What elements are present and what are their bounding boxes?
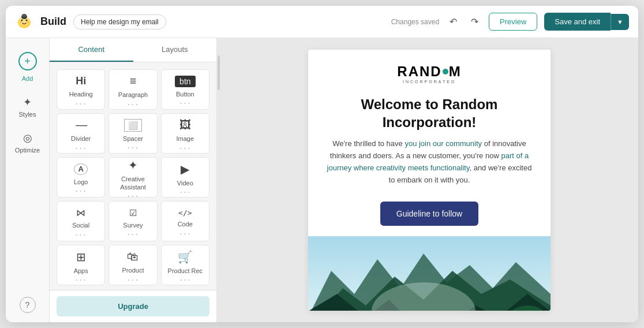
logo-rand: RAND (397, 64, 441, 80)
divider-label: Divider (71, 135, 91, 143)
panel-item-survey[interactable]: ☑ Survey • • • (108, 201, 157, 241)
product-rec-icon: 🛒 (178, 250, 192, 264)
email-cta-button[interactable]: Guideline to follow (380, 202, 478, 226)
save-exit-group: Save and exit ▼ (544, 13, 629, 31)
paragraph-dots: • • • (128, 102, 138, 107)
main-content: + Add ✦ Styles ◎ Optimize ? Content Layo… (6, 38, 638, 322)
panel-item-heading[interactable]: Hi Heading • • • (57, 69, 105, 110)
button-icon: btn (175, 76, 195, 87)
content-panel: Content Layouts Hi Heading • • • ≡ Parag… (50, 38, 217, 322)
highlight-part: part of a journey where creativity meets… (327, 151, 529, 172)
optimize-label: Optimize (15, 147, 40, 154)
image-label: Image (177, 135, 194, 143)
heading-label: Heading (69, 91, 93, 98)
heading-icon: Hi (76, 75, 86, 87)
panel-item-spacer[interactable]: ⬜ Spacer • • • (108, 113, 157, 154)
save-exit-button[interactable]: Save and exit (544, 13, 611, 31)
add-icon[interactable]: + (18, 52, 37, 70)
save-status: Changes saved (391, 18, 439, 26)
logo-icon: A (74, 163, 88, 175)
email-cta-section: Guideline to follow (308, 196, 551, 236)
product-dots: • • • (128, 277, 138, 282)
svg-point-5 (27, 21, 29, 23)
social-icon: ⋈ (76, 207, 85, 218)
survey-label: Survey (123, 222, 143, 229)
nav-optimize[interactable]: ◎ Optimize (10, 127, 45, 158)
nav-bottom: ? (20, 297, 36, 313)
creative-dots: • • • (128, 193, 138, 199)
panel-item-apps[interactable]: ⊞ Apps • • • (57, 245, 105, 285)
image-icon: 🖼 (179, 118, 191, 132)
help-design-button[interactable]: Help me design my email (73, 14, 166, 29)
panel-item-button[interactable]: btn Button • • • (161, 69, 209, 110)
survey-icon: ☑ (129, 208, 137, 218)
add-label: Add (22, 75, 33, 82)
logo-dots: • • • (76, 188, 86, 193)
social-dots: • • • (76, 232, 86, 237)
panel-scroll-thumb (218, 55, 220, 90)
paragraph-icon: ≡ (130, 74, 137, 88)
topbar: Build Help me design my email Changes sa… (6, 6, 638, 38)
email-logo: RAND M (397, 64, 461, 80)
nav-styles[interactable]: ✦ Styles (10, 91, 45, 122)
apps-icon: ⊞ (76, 250, 86, 264)
logo-label: Logo (74, 178, 88, 186)
help-icon[interactable]: ? (20, 297, 36, 313)
product-label: Product (122, 267, 144, 274)
code-icon: </> (178, 208, 192, 217)
panel-item-product-rec[interactable]: 🛒 Product Rec • • • (161, 245, 209, 285)
spacer-label: Spacer (123, 135, 143, 143)
logo-incorporated: INCORPORATED (322, 80, 537, 84)
undo-button[interactable]: ↶ (446, 14, 460, 29)
panel-item-social[interactable]: ⋈ Social • • • (57, 201, 105, 241)
panel-item-logo[interactable]: A Logo • • • (57, 157, 105, 197)
upgrade-button[interactable]: Upgrade (57, 296, 209, 316)
nav-add[interactable]: + Add (10, 47, 45, 87)
styles-label: Styles (19, 111, 36, 118)
email-image-section (308, 236, 551, 311)
email-body-text: We're thrilled to have you join our comm… (327, 138, 532, 186)
paragraph-label: Paragraph (118, 91, 148, 99)
canvas-area: RAND M INCORPORATED Welcome to Random In… (220, 38, 638, 322)
logo-m: M (449, 64, 462, 80)
content-grid: Hi Heading • • • ≡ Paragraph • • • btn B… (50, 62, 216, 290)
preview-button[interactable]: Preview (489, 13, 537, 31)
product-rec-label: Product Rec (168, 267, 203, 275)
tab-content[interactable]: Content (50, 38, 133, 62)
apps-dots: • • • (76, 277, 86, 282)
panel-item-code[interactable]: </> Code • • • (161, 201, 209, 241)
survey-dots: • • • (128, 232, 138, 237)
creative-icon: ✦ (128, 158, 138, 172)
code-label: Code (178, 221, 193, 228)
product-rec-dots: • • • (180, 277, 190, 282)
panel-item-creative[interactable]: ✦ Creative Assistant • • • (108, 157, 157, 197)
apps-label: Apps (74, 267, 88, 275)
divider-icon: — (76, 118, 86, 132)
tab-layouts[interactable]: Layouts (133, 38, 217, 62)
save-exit-caret[interactable]: ▼ (611, 14, 629, 30)
mountain-landscape (308, 236, 551, 311)
app-title: Build (40, 16, 66, 28)
styles-icon: ✦ (23, 96, 32, 109)
mailchimp-icon (15, 13, 33, 31)
panel-item-image[interactable]: 🖼 Image • • • (161, 113, 209, 154)
social-label: Social (72, 222, 89, 229)
panel-item-video[interactable]: ▶ Video • • • (161, 157, 209, 197)
icon-nav: + Add ✦ Styles ◎ Optimize ? (6, 38, 50, 322)
video-label: Video (177, 180, 193, 187)
panel-scrollbar[interactable] (217, 38, 220, 322)
creative-label: Creative Assistant (120, 176, 146, 191)
panel-item-product[interactable]: 🛍 Product • • • (108, 245, 157, 285)
svg-point-4 (20, 21, 22, 23)
email-logo-section: RAND M INCORPORATED (308, 50, 551, 90)
heading-dots: • • • (76, 101, 86, 106)
email-heading-section: Welcome to Random Incorporation! (308, 90, 551, 136)
product-icon: 🛍 (127, 250, 138, 263)
panel-item-paragraph[interactable]: ≡ Paragraph • • • (108, 69, 157, 110)
redo-button[interactable]: ↷ (467, 14, 482, 29)
optimize-icon: ◎ (23, 132, 32, 144)
panel-item-divider[interactable]: — Divider • • • (57, 113, 105, 154)
spacer-icon: ⬜ (124, 119, 142, 132)
brand-logo (15, 13, 33, 31)
highlight-you: you join our community (405, 139, 482, 148)
